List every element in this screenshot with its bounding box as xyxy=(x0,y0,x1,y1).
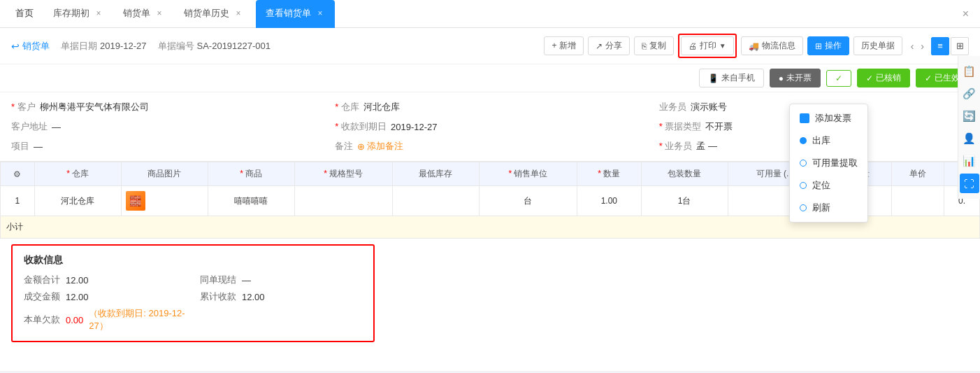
from-mobile-button[interactable]: 📱 来自手机 xyxy=(699,69,764,87)
dropdown-add-invoice[interactable]: 添加发票 xyxy=(790,107,867,129)
col-settings[interactable]: ⚙ xyxy=(1,162,35,186)
doc-date-value: 2019-12-27 xyxy=(100,41,147,51)
operate-dropdown-menu: 添加发票 出库 可用量提取 定位 刷新 xyxy=(789,104,868,223)
col-product-img: 商品图片 xyxy=(121,162,208,186)
doc-code-meta: 单据编号 SA-20191227-001 xyxy=(158,40,271,52)
summary-title: 收款信息 xyxy=(24,254,362,267)
tab-close-history[interactable]: × xyxy=(233,8,243,18)
toolbar-right: + 新增 ↗ 分享 ⎘ 复制 🖨 打印 ▼ 🚚 物流信息 xyxy=(544,34,969,58)
tab-home[interactable]: 首页 xyxy=(6,0,43,28)
history-button[interactable]: 历史单据 xyxy=(853,36,902,55)
col-price: 单价 xyxy=(891,162,944,186)
logistics-button[interactable]: 🚚 物流信息 xyxy=(741,36,803,55)
tab-sales-order[interactable]: 销货单 × xyxy=(113,0,174,28)
new-button[interactable]: + 新增 xyxy=(544,36,583,55)
summary-grid: 金额合计 12.00 同单现结 — 成交金额 12.00 累计收款 12.00 … xyxy=(24,274,362,332)
tab-view-sales[interactable]: 查看销货单 × xyxy=(256,0,335,28)
copy-icon: ⎘ xyxy=(642,41,647,51)
warehouse-row: 仓库 河北仓库 xyxy=(335,101,644,113)
confirmed-icon: ✓ xyxy=(866,73,873,83)
outbound-icon xyxy=(800,137,807,144)
col-product: * 商品 xyxy=(208,162,294,186)
col-pkg-qty: 包装数量 xyxy=(641,162,728,186)
doc-type-icon: ↩ xyxy=(11,41,20,52)
dropdown-locate[interactable]: 定位 xyxy=(790,174,867,197)
cell-min-stock xyxy=(392,186,479,216)
cell-qty: 1.00 xyxy=(577,186,641,216)
cell-warehouse: 河北仓库 xyxy=(34,186,121,216)
dropdown-refresh[interactable]: 刷新 xyxy=(790,197,867,219)
remark-row: 备注 ⊕ 添加备注 xyxy=(335,140,644,153)
amount-row: 金额合计 12.00 xyxy=(24,274,186,286)
tab-close-inventory[interactable]: × xyxy=(94,8,103,18)
sidebar-chart-icon[interactable]: 📊 xyxy=(960,151,979,171)
add-note-icon: ⊕ xyxy=(357,141,365,152)
main-content: ↩ 销货单 单据日期 2019-12-27 单据编号 SA-20191227-0… xyxy=(0,28,980,371)
locate-icon xyxy=(800,182,807,189)
cell-product-img: 🧱 xyxy=(121,186,208,216)
prev-arrow[interactable]: ‹ xyxy=(908,39,917,53)
sidebar-copy-icon[interactable]: 📋 xyxy=(960,62,979,81)
confirm-icon-btn[interactable]: ✓ xyxy=(826,70,851,87)
col-spec: * 规格型号 xyxy=(294,162,392,186)
list-view-icon[interactable]: ≡ xyxy=(931,37,949,55)
print-dropdown-arrow: ▼ xyxy=(719,42,726,50)
next-arrow[interactable]: › xyxy=(918,39,927,53)
share-icon: ↗ xyxy=(596,41,603,51)
project-row: 项目 — xyxy=(11,140,321,153)
tab-bar: 首页 库存期初 × 销货单 × 销货单历史 × 查看销货单 × × xyxy=(0,0,980,28)
dropdown-available-qty[interactable]: 可用量提取 xyxy=(790,152,867,174)
accumulated-row: 累计收款 12.00 xyxy=(200,290,362,303)
confirm-check-icon: ✓ xyxy=(835,73,842,83)
sidebar-expand-icon[interactable]: ⛶ xyxy=(960,174,979,193)
transaction-row: 成交金额 12.00 xyxy=(24,290,186,303)
available-qty-icon xyxy=(800,160,807,167)
doc-code-value: SA-20191227-001 xyxy=(197,41,271,51)
operate-icon: ⊞ xyxy=(815,41,822,51)
copy-button[interactable]: ⎘ 复制 xyxy=(634,36,674,55)
cell-index: 1 xyxy=(1,186,35,216)
customer-row: 客户 柳州粤港平安气体有限公司 xyxy=(11,101,321,113)
col-min-stock: 最低库存 xyxy=(392,162,479,186)
operate-button[interactable]: ⊞ 操作 xyxy=(807,36,849,55)
nav-arrows: ‹ › xyxy=(908,39,927,53)
col-warehouse: * 仓库 xyxy=(34,162,121,186)
grid-view-icon[interactable]: ⊞ xyxy=(951,37,969,55)
doc-title-area: ↩ 销货单 单据日期 2019-12-27 单据编号 SA-20191227-0… xyxy=(11,40,544,52)
cell-unit: 台 xyxy=(479,186,577,216)
not-opened-icon: ● xyxy=(779,73,784,83)
sidebar-link-icon[interactable]: 🔗 xyxy=(960,84,979,104)
tab-bar-close-icon[interactable]: × xyxy=(957,8,974,20)
sidebar-user-icon[interactable]: 👤 xyxy=(960,129,979,148)
share-button[interactable]: ↗ 分享 xyxy=(588,36,630,55)
tab-close-sales[interactable]: × xyxy=(154,8,164,18)
cell-product: 嘻嘻嘻嘻 xyxy=(208,186,294,216)
tab-inventory-init[interactable]: 库存期初 × xyxy=(43,0,113,28)
product-thumbnail: 🧱 xyxy=(126,191,145,211)
print-button[interactable]: 🖨 打印 ▼ xyxy=(681,36,734,55)
col-qty: * 数量 xyxy=(577,162,641,186)
tab-close-view-sales[interactable]: × xyxy=(315,8,325,18)
doc-type-badge: ↩ 销货单 xyxy=(11,40,50,52)
col-unit: * 销售单位 xyxy=(479,162,577,186)
settlement-row: 同单现结 — xyxy=(200,274,362,286)
tab-sales-history[interactable]: 销货单历史 × xyxy=(174,0,253,28)
sidebar-refresh-icon[interactable]: 🔄 xyxy=(960,106,979,126)
add-note-button[interactable]: ⊕ 添加备注 xyxy=(357,140,403,153)
address-row: 客户地址 — xyxy=(11,120,321,133)
not-opened-button[interactable]: ● 未开票 xyxy=(770,69,821,87)
confirmed-button[interactable]: ✓ 已核销 xyxy=(857,69,910,87)
balance-row: 本单欠款 0.00 （收款到期日: 2019-12-27） xyxy=(24,307,186,332)
print-button-highlight: 🖨 打印 ▼ xyxy=(678,34,737,58)
right-sidebar: 📋 🔗 🔄 👤 📊 ⛶ xyxy=(958,56,980,199)
cell-pkg-qty: 1台 xyxy=(641,186,728,216)
add-invoice-icon xyxy=(800,113,809,123)
dropdown-outbound[interactable]: 出库 xyxy=(790,129,867,152)
print-icon: 🖨 xyxy=(689,41,697,51)
doc-type-label: 销货单 xyxy=(22,40,50,52)
summary-section: 收款信息 金额合计 12.00 同单现结 — 成交金额 12.00 累计收款 1… xyxy=(11,244,375,342)
mobile-icon: 📱 xyxy=(708,73,719,83)
view-icons: ≡ ⊞ xyxy=(931,37,969,55)
refresh-icon xyxy=(800,204,807,211)
effective-icon: ✓ xyxy=(925,73,932,83)
